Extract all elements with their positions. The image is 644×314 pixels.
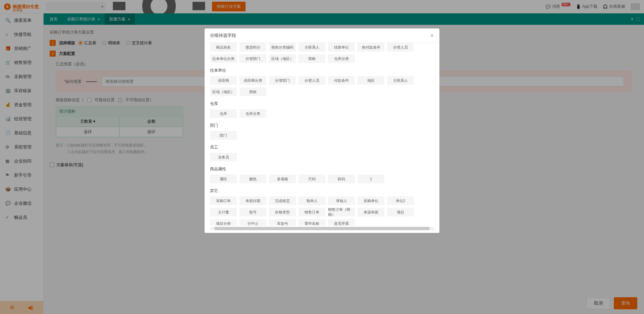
field-chip[interactable]: 分管人员 — [299, 76, 325, 85]
field-chip[interactable]: 仓库 — [210, 109, 237, 118]
field-chip[interactable]: 供应商分类 — [239, 76, 266, 85]
field-chip[interactable]: 批号 — [239, 208, 266, 216]
field-chip[interactable]: 仓库分类 — [328, 54, 355, 63]
field-chip[interactable]: 区域（地区） — [210, 87, 237, 96]
field-chip[interactable]: 供应商 — [210, 76, 237, 85]
field-chip[interactable]: 项目 — [387, 208, 414, 216]
field-group-title: 往来单位 — [210, 68, 434, 73]
field-chip[interactable]: 采购单位 — [358, 196, 384, 205]
field-chip[interactable]: 业务员 — [210, 153, 237, 162]
field-chip[interactable]: 分管部门 — [269, 76, 296, 85]
field-group-title: 员工 — [210, 144, 434, 150]
field-chip[interactable]: 拣货积分 — [239, 43, 266, 52]
field-chip[interactable]: 车架号 — [269, 219, 296, 226]
field-chip[interactable]: 鞋码 — [328, 175, 355, 183]
field-chip[interactable]: 结算单位 — [328, 43, 355, 52]
field-chip[interactable]: 区域（地区） — [269, 54, 296, 63]
field-chip[interactable]: 付款条件 — [328, 76, 355, 85]
field-chip[interactable]: 税收分类编码 — [269, 43, 296, 52]
field-chip[interactable]: 完成状态 — [269, 196, 296, 205]
field-group-title: 仓库 — [210, 101, 434, 107]
field-chip[interactable]: 部门 — [210, 131, 237, 140]
field-chip[interactable]: 主联系人 — [299, 43, 325, 52]
field-chip[interactable]: 主联系人 — [387, 76, 414, 85]
field-chip[interactable]: 价格类型 — [269, 208, 296, 216]
field-group-title: 其它 — [210, 188, 434, 194]
modal-title: 分组待选字段 — [210, 33, 236, 39]
field-chip[interactable]: 往来单位分类 — [210, 54, 237, 63]
field-chip[interactable]: 尺码 — [299, 175, 325, 183]
field-chip[interactable]: 单据日期 — [239, 196, 266, 205]
field-chip[interactable]: 颜色 — [239, 175, 266, 183]
field-chip[interactable]: 项目分类 — [210, 219, 237, 226]
field-chip[interactable]: 主计量 — [210, 208, 237, 216]
scrollbar-thumb[interactable] — [214, 227, 429, 230]
field-chip[interactable]: 销售订单 — [299, 208, 325, 216]
field-chip[interactable]: 商品别名 — [210, 43, 237, 52]
field-chip[interactable]: 审核人 — [328, 196, 355, 205]
field-chip[interactable]: 多规格 — [269, 175, 296, 183]
field-group-title: 部门 — [210, 123, 434, 128]
field-chip[interactable]: 分管人员 — [387, 43, 414, 52]
field-chip[interactable]: 制单人 — [299, 196, 325, 205]
field-chip[interactable]: 简称 — [239, 87, 266, 96]
field-chip[interactable]: 简称 — [299, 54, 325, 63]
field-chip[interactable]: 地区 — [358, 76, 384, 85]
field-chip[interactable]: 仓库分类 — [239, 109, 266, 118]
field-chip[interactable]: 收付款条件 — [358, 43, 384, 52]
horizontal-scrollbar[interactable] — [210, 227, 434, 230]
field-select-modal: 分组待选字段 ✕ 商品别名拣货积分税收分类编码主联系人结算单位收付款条件分管人员… — [205, 28, 439, 233]
field-chip[interactable]: 采购订单 — [210, 196, 237, 205]
field-chip[interactable]: 1 — [358, 175, 384, 183]
field-chip[interactable]: 是否开票 — [328, 219, 355, 226]
close-icon[interactable]: ✕ — [430, 33, 434, 38]
field-chip[interactable]: 来源单据 — [358, 208, 384, 216]
field-group-title: 商品属性 — [210, 166, 434, 172]
field-chip[interactable]: 销售订单（明细） — [328, 208, 355, 216]
field-chip[interactable]: 零件名称 — [299, 219, 325, 226]
field-chip[interactable]: 单位2 — [387, 196, 414, 205]
field-chip[interactable]: 属性 — [210, 175, 237, 183]
field-chip[interactable]: 行中止 — [239, 219, 266, 226]
field-chip[interactable]: 分管部门 — [239, 54, 266, 63]
